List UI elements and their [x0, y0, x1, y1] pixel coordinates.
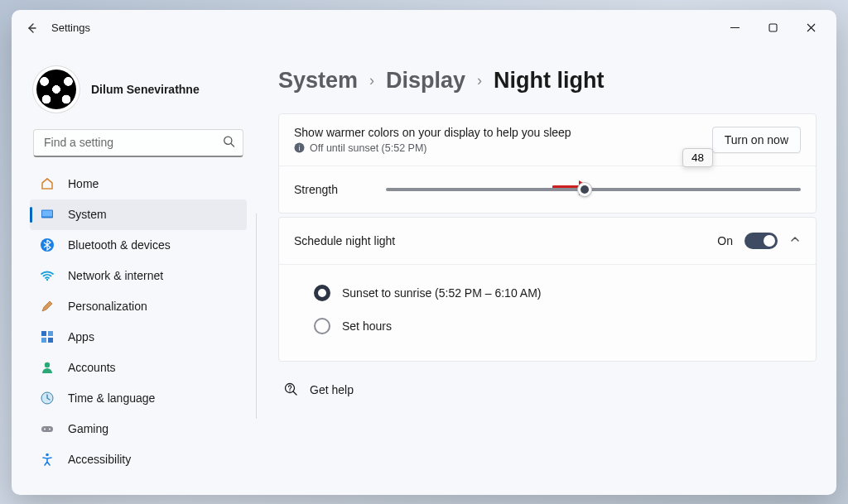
sidebar-item-personalization[interactable]: Personalization	[30, 291, 247, 322]
svg-point-5	[46, 279, 48, 281]
divider	[256, 214, 257, 419]
sidebar-item-label: Bluetooth & devices	[68, 238, 171, 252]
svg-rect-3	[42, 211, 52, 217]
wifi-icon	[40, 268, 55, 283]
sidebar-item-label: Accounts	[68, 361, 116, 374]
sidebar-item-label: Time & language	[68, 391, 155, 405]
svg-text:i: i	[299, 144, 301, 152]
paintbrush-icon	[40, 299, 55, 314]
nightlight-card: Show warmer colors on your display to he…	[278, 113, 817, 214]
close-button[interactable]	[792, 15, 830, 41]
svg-point-19	[289, 390, 290, 391]
svg-rect-7	[48, 331, 53, 336]
nav: Home System Bluetooth & devices Network …	[30, 169, 247, 475]
sidebar-item-label: Home	[68, 177, 99, 190]
svg-rect-6	[41, 331, 46, 336]
chevron-right-icon: ›	[477, 72, 482, 89]
svg-rect-8	[41, 338, 46, 343]
radio-icon	[314, 318, 330, 334]
option-label: Set hours	[342, 319, 392, 333]
search-box	[33, 129, 243, 157]
sidebar-item-accessibility[interactable]: Accessibility	[30, 444, 247, 475]
breadcrumb-display[interactable]: Display	[386, 68, 465, 94]
sidebar-item-label: Personalization	[68, 300, 147, 313]
strength-tooltip: 48	[682, 148, 713, 167]
sidebar-item-apps[interactable]: Apps	[30, 322, 247, 353]
sidebar-item-system[interactable]: System	[30, 199, 247, 230]
accessibility-icon	[40, 452, 55, 467]
sidebar-item-accounts[interactable]: Accounts	[30, 353, 247, 383]
sidebar-item-home[interactable]: Home	[30, 169, 247, 199]
gamepad-icon	[40, 421, 55, 436]
turn-on-button[interactable]: Turn on now	[712, 127, 801, 153]
option-set-hours[interactable]: Set hours	[314, 310, 801, 343]
settings-window: Settings Dilum Senevirathne Ho	[12, 10, 836, 495]
search-input[interactable]	[33, 129, 243, 157]
content: Dilum Senevirathne Home System	[12, 46, 836, 495]
nightlight-description: Show warmer colors on your display to he…	[294, 126, 712, 139]
schedule-toggle[interactable]	[744, 233, 778, 249]
schedule-header[interactable]: Schedule night light On	[279, 218, 816, 264]
nightlight-status: i Off until sunset (5:52 PM)	[294, 142, 712, 154]
breadcrumb-system[interactable]: System	[278, 68, 358, 94]
svg-point-10	[45, 362, 50, 367]
option-sunset[interactable]: Sunset to sunrise (5:52 PM – 6:10 AM)	[314, 276, 801, 310]
sidebar-item-label: Apps	[68, 330, 94, 343]
strength-label: Strength	[294, 183, 338, 196]
sidebar-item-gaming[interactable]: Gaming	[30, 414, 247, 444]
svg-rect-0	[769, 24, 777, 31]
svg-point-14	[49, 429, 51, 430]
radio-icon	[314, 285, 330, 301]
profile[interactable]: Dilum Senevirathne	[30, 60, 247, 129]
help-icon	[283, 382, 298, 399]
card-header: Show warmer colors on your display to he…	[279, 114, 816, 166]
breadcrumb: System › Display › Night light	[278, 68, 817, 94]
main: System › Display › Night light Show warm…	[257, 46, 836, 495]
chevron-up-icon[interactable]	[789, 233, 801, 248]
maximize-button[interactable]	[754, 15, 792, 41]
get-help-link[interactable]: Get help	[278, 365, 817, 415]
home-icon	[40, 176, 55, 191]
sidebar-item-label: Network & internet	[68, 269, 163, 282]
sidebar-item-network[interactable]: Network & internet	[30, 261, 247, 291]
back-button[interactable]	[25, 22, 38, 35]
svg-point-1	[224, 137, 232, 144]
sidebar-item-label: Accessibility	[68, 453, 131, 466]
clock-icon	[40, 391, 55, 406]
sidebar-item-label: System	[68, 208, 107, 221]
schedule-state: On	[717, 234, 733, 247]
breadcrumb-current: Night light	[494, 68, 604, 94]
bluetooth-icon	[40, 238, 55, 252]
chevron-right-icon: ›	[369, 72, 374, 89]
schedule-options: Sunset to sunrise (5:52 PM – 6:10 AM) Se…	[279, 264, 816, 361]
option-label: Sunset to sunrise (5:52 PM – 6:10 AM)	[342, 286, 541, 300]
titlebar: Settings	[12, 10, 836, 46]
sidebar-item-time[interactable]: Time & language	[30, 383, 247, 414]
strength-row: 48 Strength	[279, 166, 816, 213]
person-icon	[40, 360, 55, 375]
avatar	[33, 66, 80, 113]
svg-point-15	[46, 454, 49, 457]
search-icon	[223, 135, 235, 151]
svg-point-13	[44, 429, 46, 430]
info-icon: i	[294, 142, 305, 153]
apps-icon	[40, 329, 55, 344]
sidebar-item-label: Gaming	[68, 422, 108, 435]
schedule-label: Schedule night light	[294, 234, 706, 247]
window-title: Settings	[51, 22, 90, 34]
sidebar: Dilum Senevirathne Home System	[12, 46, 257, 495]
sidebar-item-bluetooth[interactable]: Bluetooth & devices	[30, 230, 247, 261]
minimize-button[interactable]	[716, 15, 754, 41]
system-icon	[40, 207, 55, 222]
profile-name: Dilum Senevirathne	[91, 83, 200, 96]
svg-rect-12	[41, 426, 53, 432]
help-label: Get help	[310, 383, 354, 396]
strength-slider[interactable]	[386, 188, 801, 191]
svg-rect-9	[48, 338, 53, 343]
schedule-card: Schedule night light On Sunset to sunris…	[278, 217, 817, 362]
